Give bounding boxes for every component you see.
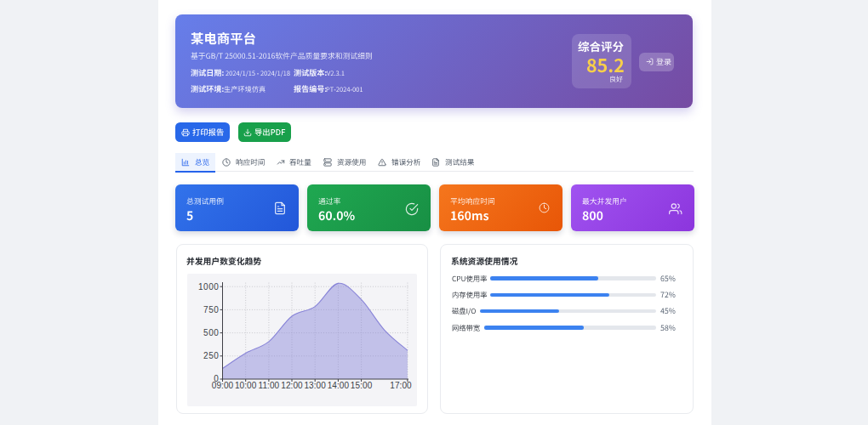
svg-text:12:00: 12:00	[281, 381, 303, 390]
svg-text:11:00: 11:00	[259, 381, 280, 390]
svg-text:750: 750	[203, 305, 219, 314]
svg-text:250: 250	[203, 351, 219, 360]
svg-text:13:00: 13:00	[304, 381, 326, 390]
svg-text:17:00: 17:00	[390, 381, 412, 390]
svg-text:09:00: 09:00	[212, 381, 234, 390]
svg-text:14:00: 14:00	[328, 381, 350, 390]
svg-text:500: 500	[203, 328, 219, 337]
svg-text:1000: 1000	[198, 282, 219, 292]
svg-text:15:00: 15:00	[351, 381, 373, 390]
svg-text:10:00: 10:00	[235, 381, 257, 390]
